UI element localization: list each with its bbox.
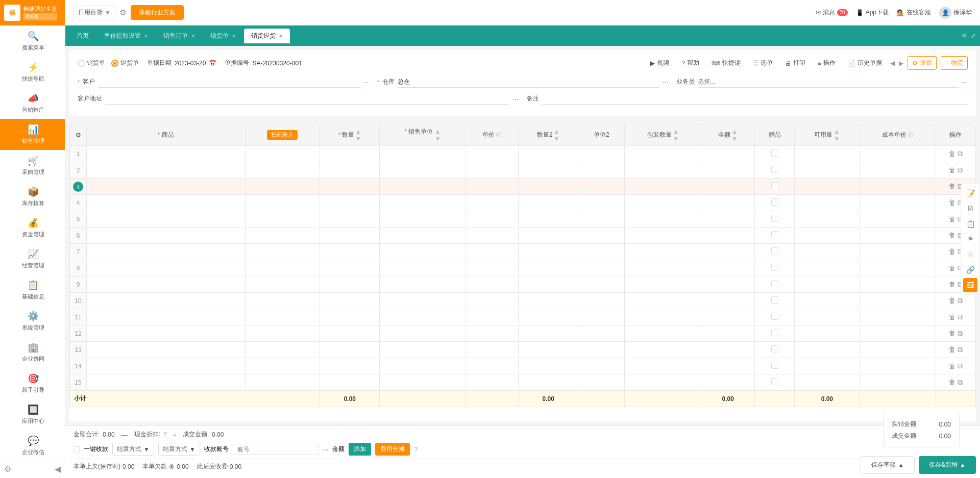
qty-cell-1[interactable] — [320, 146, 380, 162]
delete-icon[interactable]: 🗑 — [948, 378, 955, 387]
gift-cell-2[interactable] — [755, 162, 795, 179]
delete-icon[interactable]: 🗑 — [948, 296, 955, 305]
add-row-btn[interactable]: + — [73, 182, 83, 192]
account-input[interactable] — [233, 444, 318, 455]
new-cost-cell[interactable] — [860, 179, 936, 195]
fee-split-btn[interactable]: 费用分摊 — [375, 443, 410, 456]
product-cell-2[interactable] — [87, 162, 246, 179]
address-select-icon[interactable]: ··· — [512, 95, 519, 103]
unit2-cell-1[interactable] — [578, 146, 625, 162]
float-icon-7[interactable]: 🖼 — [963, 278, 977, 292]
tab-sales-order-close[interactable]: ✕ — [191, 33, 195, 39]
sidebar-item-newbie[interactable]: 🎯 新手引导 — [0, 368, 65, 399]
new-barcode-cell[interactable] — [245, 179, 320, 195]
delete-icon[interactable]: 🗑 — [948, 231, 955, 240]
delete-icon[interactable]: 🗑 — [948, 329, 955, 338]
sidebar-item-basic[interactable]: 📋 基础信息 — [0, 274, 65, 306]
float-icon-1[interactable]: 📝 — [963, 186, 977, 200]
gift-cb[interactable] — [771, 247, 778, 255]
gift-cb[interactable] — [771, 313, 778, 320]
online-service-btn[interactable]: 💁 在线客服 — [897, 8, 931, 17]
delete-icon[interactable]: 🗑 — [948, 215, 955, 223]
help-btn[interactable]: ? 帮助 — [677, 57, 703, 69]
new-qty2-cell[interactable] — [519, 179, 578, 195]
unit-cell-1[interactable] — [380, 146, 465, 162]
product-cell-1[interactable] — [87, 146, 246, 162]
sidebar-item-operations[interactable]: 📈 经营管理 — [0, 243, 65, 274]
nav-prev-icon[interactable]: ◀ — [890, 60, 895, 67]
calendar-icon[interactable]: 📅 — [209, 60, 216, 67]
sidebar-item-finance[interactable]: 💰 资金管理 — [0, 212, 65, 243]
note-input[interactable] — [542, 93, 968, 105]
amount-cell-1[interactable] — [701, 146, 755, 162]
tab-sales-delivery[interactable]: 销货单 ✕ — [203, 29, 243, 43]
sidebar-item-apps[interactable]: 🔲 应用中心 — [0, 399, 65, 430]
discount-help-icon[interactable]: ? — [163, 431, 167, 438]
radio-delivery[interactable]: 销货单 — [78, 59, 105, 67]
amount-cell-2[interactable] — [701, 162, 755, 179]
delete-icon[interactable]: 🗑 — [948, 313, 955, 321]
unit2-cell-2[interactable] — [578, 162, 625, 179]
copy-icon[interactable]: ⧉ — [958, 362, 963, 370]
sidebar-item-enterprise[interactable]: 🏢 企业协同 — [0, 337, 65, 368]
qty2-cell-1[interactable] — [519, 146, 578, 162]
sidebar-settings-btn[interactable]: ⚙ — [4, 464, 11, 474]
history-btn[interactable]: 📄 历史单据 — [844, 57, 886, 69]
add-fee-btn[interactable]: 添加 — [349, 443, 371, 456]
copy-icon[interactable]: ⧉ — [958, 378, 963, 387]
available-cell-2[interactable] — [795, 162, 860, 179]
float-icon-5[interactable]: ☆ — [963, 247, 977, 262]
cost-cell-1[interactable] — [860, 146, 936, 162]
barcode-cell-2[interactable] — [245, 162, 320, 179]
new-unit-cell[interactable] — [380, 179, 465, 195]
copy-icon[interactable]: ⧉ — [958, 296, 963, 305]
maximize-tab-icon[interactable]: ⤢ — [971, 32, 976, 39]
col-gear[interactable]: ⚙ — [70, 124, 87, 146]
user-profile-btn[interactable]: 👤 徐泽华 — [939, 7, 972, 19]
gift-cb[interactable] — [771, 329, 778, 336]
copy-icon[interactable]: ⧉ — [958, 329, 963, 338]
sidebar-item-inventory[interactable]: 📦 库存核算 — [0, 181, 65, 212]
qty2-cell-2[interactable] — [519, 162, 578, 179]
shortcut-btn[interactable]: ⌨ 快捷键 — [707, 57, 745, 69]
sidebar-item-search[interactable]: 🔍 搜索菜单 — [0, 26, 65, 57]
logistics-btn[interactable]: + 物流 — [941, 56, 968, 70]
copy-icon[interactable]: ⧉ — [958, 313, 963, 321]
customer-input[interactable] — [98, 76, 360, 88]
select-btn[interactable]: ☰ 选单 — [749, 57, 777, 69]
gift-cb[interactable] — [771, 264, 778, 271]
tab-sales-delivery-close[interactable]: ✕ — [232, 33, 236, 39]
sidebar-item-wechat[interactable]: 💬 企业微信 — [0, 430, 65, 460]
new-amount-cell[interactable] — [701, 179, 755, 195]
pkg-qty-cell-1[interactable] — [625, 146, 701, 162]
delete-icon[interactable]: 🗑 — [948, 362, 955, 370]
new-available-cell[interactable] — [795, 179, 860, 195]
category-dropdown[interactable]: 日用百货 ▼ — [74, 6, 115, 19]
new-gift-cell[interactable] — [755, 179, 795, 195]
gift-cb[interactable] — [771, 345, 778, 353]
tab-home[interactable]: 首页 — [69, 29, 96, 43]
sidebar-item-quicknav[interactable]: ⚡ 快捷导航 — [0, 57, 65, 88]
tab-price-settings[interactable]: 售价提取设置 ✕ — [97, 29, 155, 43]
cost-cell-2[interactable] — [860, 162, 936, 179]
sidebar-item-purchase[interactable]: 🛒 采购管理 — [0, 150, 65, 181]
radio-return[interactable]: 退货单 — [111, 59, 139, 67]
tab-sales-return-close[interactable]: ✕ — [279, 33, 283, 39]
scan-input-btn[interactable]: 扫码录入 — [267, 130, 298, 140]
settings-btn[interactable]: ⚙ 设置 — [908, 56, 937, 70]
gift-cb[interactable] — [771, 198, 778, 206]
float-icon-2[interactable]: 🖹 — [963, 202, 977, 216]
close-tab-icon[interactable]: ✕ — [962, 32, 967, 39]
delete-icon[interactable]: 🗑 — [948, 280, 955, 289]
gift-checkbox-2[interactable] — [771, 166, 778, 173]
save-new-button[interactable]: 保存&新增 ▲ — [919, 456, 976, 474]
new-product-input[interactable] — [90, 183, 242, 190]
experience-btn[interactable]: 体验行业方案 — [131, 5, 184, 20]
new-pkg-qty-cell[interactable] — [625, 179, 701, 195]
delete-new-row-icon[interactable]: 🗑 — [948, 182, 955, 191]
gift-cb[interactable] — [771, 362, 778, 369]
app-download-btn[interactable]: 📱 App下载 — [856, 8, 889, 17]
gift-cb[interactable] — [771, 280, 778, 287]
video-btn[interactable]: ▶ 视频 — [646, 57, 673, 69]
tab-price-settings-close[interactable]: ✕ — [144, 33, 148, 39]
